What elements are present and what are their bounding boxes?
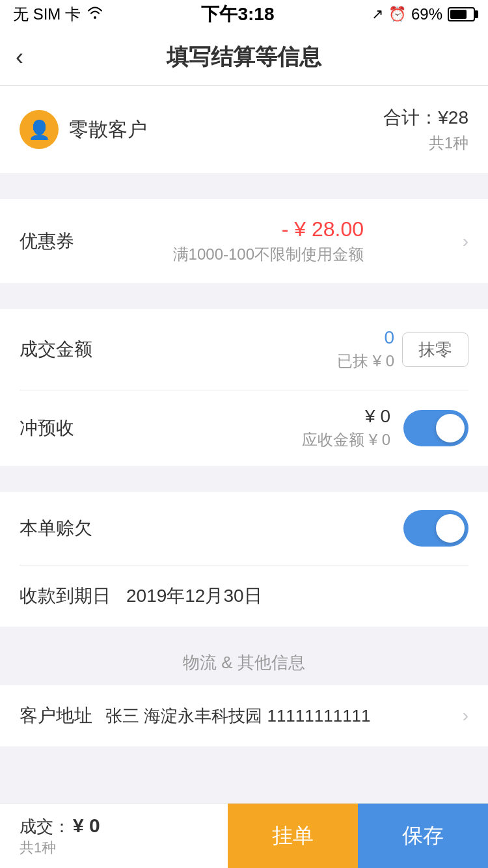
footer-deal-row: 成交： ¥ 0 (20, 815, 208, 838)
alarm-icon: ⏰ (388, 6, 406, 23)
footer-deal-label: 成交： (20, 815, 70, 838)
page-title: 填写结算等信息 (167, 42, 321, 72)
customer-avatar: 👤 (20, 110, 59, 149)
coupon-row[interactable]: 优惠券 - ¥ 28.00 满1000-100不限制使用金额 › (0, 199, 488, 283)
footer: 成交： ¥ 0 共1种 挂单 保存 (0, 803, 488, 868)
footer-count: 共1种 (20, 838, 208, 858)
divider-2 (0, 296, 488, 309)
debt-toggle-knob (436, 514, 465, 543)
status-bar: 无 SIM 卡 下午3:18 ↗ ⏰ 69% (0, 0, 488, 29)
prepay-right: ¥ 0 应收金额 ¥ 0 (302, 406, 468, 450)
due-date-row: 收款到期日 2019年12月30日 (0, 565, 488, 627)
coupon-subtext: 满1000-100不限制使用金额 (173, 244, 364, 265)
prepay-value-col: ¥ 0 应收金额 ¥ 0 (302, 406, 390, 450)
divider-1 (0, 186, 488, 199)
footer-deal-amount: ¥ 0 (73, 815, 100, 837)
deal-value: 0 (337, 327, 394, 348)
location-icon: ↗ (372, 6, 383, 23)
customer-name: 零散客户 (69, 116, 147, 143)
debt-label: 本单赊欠 (20, 516, 92, 541)
round-down-button[interactable]: 抹零 (402, 332, 468, 367)
customer-right: 合计：¥28 共1种 (383, 105, 468, 154)
debt-row: 本单赊欠 (0, 492, 488, 565)
prepay-subtext: 应收金额 ¥ 0 (302, 429, 390, 450)
status-time: 下午3:18 (201, 2, 274, 27)
debt-toggle[interactable] (403, 510, 468, 547)
avatar-icon: 👤 (28, 119, 51, 141)
deal-subtext: 已抹 ¥ 0 (337, 351, 394, 372)
coupon-chevron: › (463, 231, 468, 252)
customer-row: 👤 零散客户 合计：¥28 共1种 (0, 86, 488, 173)
address-chevron: › (463, 705, 468, 726)
deal-row: 成交金额 0 已抹 ¥ 0 抹零 (0, 309, 488, 390)
prepay-label: 冲预收 (20, 416, 74, 441)
wifi-icon (86, 6, 104, 23)
coupon-discount: - ¥ 28.00 (173, 217, 364, 241)
coupon-section: 优惠券 - ¥ 28.00 满1000-100不限制使用金额 › (0, 199, 488, 283)
battery-percent: 69% (411, 5, 442, 23)
due-date-value: 2019年12月30日 (126, 584, 262, 608)
prepay-row: 冲预收 ¥ 0 应收金额 ¥ 0 (0, 390, 488, 466)
main-content: 👤 零散客户 合计：¥28 共1种 优惠券 - ¥ 28.00 满1000-10… (0, 86, 488, 824)
footer-info: 成交： ¥ 0 共1种 (0, 804, 228, 868)
address-label: 客户地址 (20, 703, 92, 728)
save-button[interactable]: 保存 (358, 804, 488, 868)
customer-section: 👤 零散客户 合计：¥28 共1种 (0, 86, 488, 173)
prepay-amount: ¥ 0 (302, 406, 390, 427)
nav-bar: ‹ 填写结算等信息 (0, 29, 488, 86)
total-count: 共1种 (383, 133, 468, 154)
address-row[interactable]: 客户地址 张三 海淀永丰科技园 11111111111 › (0, 685, 488, 746)
logistics-label-text: 物流 & 其他信息 (183, 651, 305, 674)
coupon-right: - ¥ 28.00 满1000-100不限制使用金额 (173, 217, 364, 265)
toggle-knob (436, 414, 465, 442)
deal-value-col: 0 已抹 ¥ 0 (337, 327, 394, 372)
status-left: 无 SIM 卡 (13, 4, 104, 25)
battery-icon (448, 7, 475, 21)
debt-section: 本单赊欠 收款到期日 2019年12月30日 (0, 492, 488, 627)
carrier-text: 无 SIM 卡 (13, 4, 81, 25)
coupon-label: 优惠券 (20, 229, 74, 254)
back-button[interactable]: ‹ (16, 44, 23, 71)
deal-section: 成交金额 0 已抹 ¥ 0 抹零 冲预收 ¥ 0 应收金额 ¥ 0 (0, 309, 488, 466)
save-button-label: 保存 (402, 822, 444, 850)
address-value: 张三 海淀永丰科技园 11111111111 (105, 705, 463, 727)
due-date-label: 收款到期日 (20, 584, 111, 608)
logistics-section-label: 物流 & 其他信息 (0, 640, 488, 685)
deal-label: 成交金额 (20, 337, 92, 362)
prepay-toggle[interactable] (403, 410, 468, 446)
divider-3 (0, 479, 488, 492)
deal-right: 0 已抹 ¥ 0 抹零 (337, 327, 468, 372)
status-right: ↗ ⏰ 69% (372, 5, 475, 23)
address-section: 客户地址 张三 海淀永丰科技园 11111111111 › (0, 685, 488, 746)
hang-button-label: 挂单 (272, 822, 314, 850)
hang-button[interactable]: 挂单 (228, 804, 358, 868)
customer-left: 👤 零散客户 (20, 110, 147, 149)
total-price: 合计：¥28 (383, 105, 468, 130)
